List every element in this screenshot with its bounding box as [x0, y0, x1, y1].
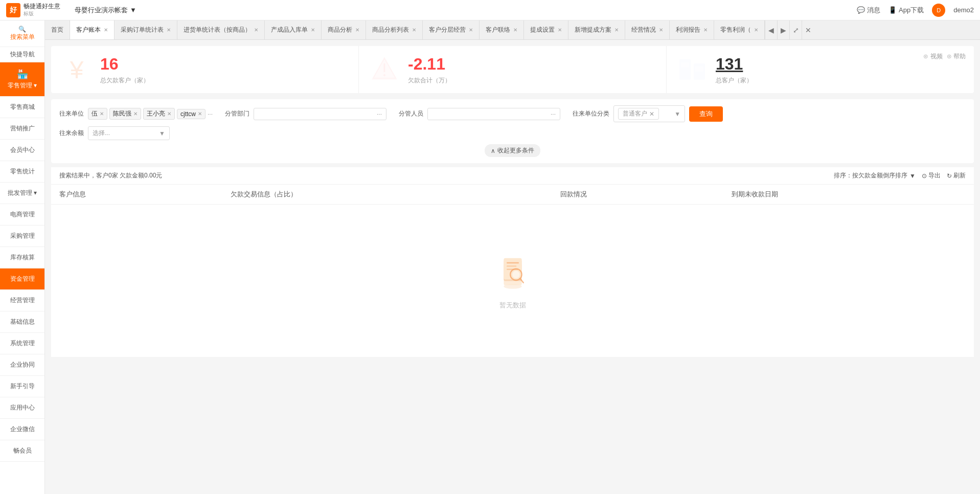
export-icon: ⊙: [922, 172, 927, 179]
stat-card-customers: ¥ 16 总欠款客户（家）: [51, 46, 359, 93]
export-btn[interactable]: ⊙ 导出: [922, 171, 941, 180]
sidebar-item-app-center[interactable]: 应用中心: [0, 397, 44, 419]
avatar[interactable]: D: [932, 4, 945, 17]
svg-rect-10: [507, 262, 519, 263]
balance-chevron-icon: ▼: [159, 130, 165, 137]
sidebar-item-retail-mall[interactable]: 零售商城: [0, 97, 44, 118]
tab-close-product-analysis[interactable]: ✕: [355, 27, 359, 33]
query-button[interactable]: 查询: [689, 106, 723, 122]
tab-prev-btn[interactable]: ◀: [765, 20, 777, 40]
tab-close-purchase-order-stats[interactable]: ✕: [167, 27, 171, 33]
sidebar-item-system[interactable]: 系统管理: [0, 333, 44, 354]
tab-close-customer-ledger[interactable]: ✕: [104, 27, 108, 33]
sidebar-search[interactable]: 🔍 搜索菜单: [0, 20, 44, 47]
sidebar-item-member-center[interactable]: 会员中心: [0, 140, 44, 161]
doc-help-btn[interactable]: ⊙ 帮助: [947, 52, 966, 61]
tab-close-new-target[interactable]: ✕: [614, 27, 619, 33]
remove-tag-chen[interactable]: ✕: [133, 111, 138, 117]
sidebar-item-vip-member[interactable]: 畅会员: [0, 440, 44, 462]
tab-cost-stock-in[interactable]: 产成品入库单 ✕: [265, 20, 322, 40]
remove-tag-cjttcw[interactable]: ✕: [198, 111, 202, 117]
tab-close-remind-settings[interactable]: ✕: [558, 27, 562, 33]
tab-product-analysis-list[interactable]: 商品分析列表 ✕: [366, 20, 423, 40]
quick-nav[interactable]: 快捷导航: [0, 47, 44, 62]
sidebar-item-finance[interactable]: 资金管理: [0, 268, 44, 290]
sidebar-item-ecommerce[interactable]: 电商管理: [0, 204, 44, 226]
remove-tag-wu[interactable]: ✕: [100, 111, 104, 117]
stat-label-arrears: 欠款合计（万）: [408, 76, 451, 85]
tab-product-analysis[interactable]: 商品分析 ✕: [322, 20, 366, 40]
sidebar-item-retail-stats[interactable]: 零售统计: [0, 161, 44, 183]
tab-close-cost-stock-in[interactable]: ✕: [311, 27, 315, 33]
sidebar-item-newcomer[interactable]: 新手引导: [0, 376, 44, 397]
tab-bar: 首页 客户账本 ✕ 采购订单统计表 ✕ 进货单统计表（按商品） ✕ 产成品入库单…: [45, 20, 980, 40]
tab-new-target[interactable]: 新增提成方案 ✕: [568, 20, 625, 40]
sidebar-item-marketing[interactable]: 营销推广: [0, 118, 44, 140]
sidebar-item-basic-info[interactable]: 基础信息: [0, 311, 44, 333]
tab-customer-contact[interactable]: 客户联络 ✕: [480, 20, 524, 40]
manager-filter-label: 分管人员: [399, 109, 423, 118]
tab-business-situation[interactable]: 经营情况 ✕: [625, 20, 670, 40]
tab-max-btn[interactable]: ⤢: [789, 20, 802, 40]
svg-rect-5: [695, 66, 703, 72]
app-download-btn[interactable]: 📱 App下载: [888, 6, 924, 15]
tab-close-customer-contact[interactable]: ✕: [513, 27, 517, 33]
col-overdue-date: 到期未收款日期: [723, 185, 974, 205]
tab-stock-stats-by-product[interactable]: 进货单统计表（按商品） ✕: [177, 20, 265, 40]
sort-select[interactable]: 排序：按欠款金额倒序排序 ▼: [834, 171, 916, 180]
tab-close-retail-profit[interactable]: ✕: [754, 27, 758, 33]
tab-home[interactable]: 首页: [45, 20, 70, 40]
filter-tag-wang[interactable]: 王小亮 ✕: [143, 108, 175, 120]
filter-tag-chen[interactable]: 陈民强 ✕: [109, 108, 141, 120]
search-label: 搜索菜单: [4, 33, 40, 41]
unit-category-select[interactable]: 普通客户 ✕ ▼: [613, 105, 685, 122]
username[interactable]: demo2: [953, 6, 974, 14]
filter-more-btn[interactable]: ···: [208, 110, 213, 118]
tab-close-all-btn[interactable]: ✕: [802, 20, 814, 40]
retail-icon: 🏪: [2, 69, 42, 80]
tab-remind-settings[interactable]: 提成设置 ✕: [524, 20, 568, 40]
tab-retail-profit[interactable]: 零售利润（ ✕: [714, 20, 765, 40]
sidebar-item-operations[interactable]: 经营管理: [0, 290, 44, 311]
sidebar-item-purchase[interactable]: 采购管理: [0, 226, 44, 247]
industry-label: 母婴行业演示帐套: [75, 6, 128, 15]
balance-filter-label: 往来余额: [59, 129, 84, 138]
dept-select[interactable]: ···: [254, 108, 386, 120]
collapse-icon: ∧: [491, 147, 495, 154]
svg-rect-4: [681, 62, 689, 68]
col-arrears-info: 欠款交易信息（占比）: [222, 185, 552, 205]
empty-label: 暂无数据: [499, 301, 526, 310]
tab-customer-ledger[interactable]: 客户账本 ✕: [70, 20, 115, 40]
balance-select[interactable]: 选择... ▼: [88, 126, 170, 140]
tab-next-btn[interactable]: ▶: [777, 20, 789, 40]
remove-tag-wang[interactable]: ✕: [167, 111, 171, 117]
manager-select[interactable]: ···: [427, 108, 560, 120]
tab-close-stock-stats-by-product[interactable]: ✕: [254, 27, 258, 33]
stat-number-arrears: -2.11: [408, 54, 451, 74]
refresh-btn[interactable]: ↻ 刷新: [947, 171, 966, 180]
tab-close-product-analysis-list[interactable]: ✕: [412, 27, 416, 33]
svg-rect-11: [507, 265, 516, 266]
sort-chevron-icon: ▼: [909, 172, 916, 179]
stat-info-1: 16 总欠款客户（家）: [100, 54, 149, 84]
filter-tag-cjttcw[interactable]: cjttcw ✕: [177, 109, 206, 119]
sidebar-item-corp-coop[interactable]: 企业协同: [0, 354, 44, 376]
logo-subtitle: 标版: [24, 10, 60, 17]
tab-purchase-order-stats[interactable]: 采购订单统计表 ✕: [115, 20, 177, 40]
message-btn[interactable]: 💬 消息: [857, 6, 880, 15]
video-help-btn[interactable]: ⊙ 视频: [923, 52, 942, 61]
industry-selector[interactable]: 母婴行业演示帐套 ▼: [75, 6, 136, 15]
sidebar-item-retail-mgmt[interactable]: 🏪 零售管理 ▾: [0, 62, 44, 97]
tab-profit-report[interactable]: 利润报告 ✕: [670, 20, 714, 40]
filter-tag-wu[interactable]: 伍 ✕: [88, 108, 107, 120]
sidebar-item-wholesale-mgmt[interactable]: 批发管理 ▾: [0, 183, 44, 204]
tab-customer-segment[interactable]: 客户分层经营 ✕: [423, 20, 480, 40]
tab-close-profit-report[interactable]: ✕: [703, 27, 708, 33]
sidebar-item-inventory[interactable]: 库存核算: [0, 247, 44, 268]
sidebar-item-enterprise-wechat[interactable]: 企业微信: [0, 419, 44, 440]
stat-label-total: 总客户（家）: [716, 76, 753, 85]
collapse-button[interactable]: ∧ 收起更多条件: [485, 144, 540, 157]
remove-category-normal[interactable]: ✕: [649, 110, 654, 118]
tab-close-business-situation[interactable]: ✕: [659, 27, 663, 33]
tab-close-customer-segment[interactable]: ✕: [469, 27, 473, 33]
